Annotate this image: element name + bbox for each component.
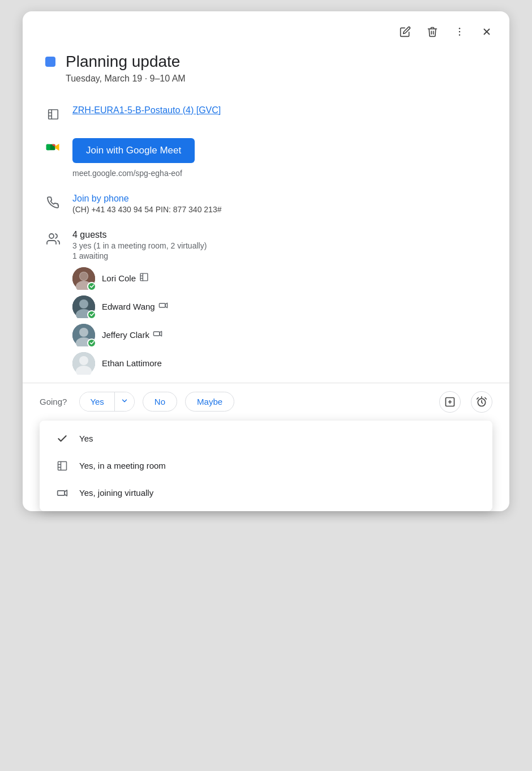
check-badge (87, 282, 96, 291)
guests-icon (45, 231, 61, 247)
avatar (72, 324, 95, 346)
guest-item: Ethan Lattimore (72, 352, 487, 375)
meet-content: Join with Google Meet meet.google.com/sp… (72, 138, 487, 178)
guests-yes: 3 yes (1 in a meeting room, 2 virtually) (72, 241, 487, 250)
join-meet-button[interactable]: Join with Google Meet (72, 138, 195, 163)
guest-list: Lori Cole (72, 267, 487, 375)
event-color-dot (45, 57, 55, 67)
svg-point-23 (79, 356, 88, 365)
room-icon (55, 460, 69, 472)
guest-item: Jeffery Clark (72, 324, 487, 346)
phone-number: (CH) +41 43 430 94 54 PIN: 877 340 213# (72, 205, 487, 214)
meet-section: Join with Google Meet meet.google.com/sp… (23, 130, 509, 186)
svg-rect-5 (49, 109, 58, 119)
video-icon (55, 487, 69, 499)
dropdown-item-yes-room[interactable]: Yes, in a meeting room (40, 452, 492, 479)
no-button[interactable]: No (143, 392, 177, 412)
toolbar (23, 11, 509, 48)
avatar (72, 295, 95, 318)
room-link[interactable]: ZRH-EURA1-5-B-Postauto (4) [GVC] (72, 105, 221, 115)
guests-section: 4 guests 3 yes (1 in a meeting room, 2 v… (23, 222, 509, 383)
svg-rect-29 (58, 461, 67, 470)
guests-content: 4 guests 3 yes (1 in a meeting room, 2 v… (72, 230, 487, 375)
maybe-button[interactable]: Maybe (185, 392, 234, 412)
phone-content: Join by phone (CH) +41 43 430 94 54 PIN:… (72, 194, 487, 214)
add-note-button[interactable] (439, 391, 461, 413)
room-icon (139, 272, 149, 284)
guest-name: Ethan Lattimore (102, 358, 162, 368)
guests-count: 4 guests (72, 230, 487, 240)
event-header: Planning update Tuesday, March 19 · 9–10… (23, 48, 509, 97)
svg-point-2 (459, 35, 461, 36)
close-button[interactable] (475, 20, 498, 43)
dropdown-item-yes[interactable]: Yes (40, 425, 492, 452)
more-button[interactable] (448, 20, 471, 43)
video-icon (158, 301, 168, 312)
room-content: ZRH-EURA1-5-B-Postauto (4) [GVC] (72, 105, 487, 115)
svg-rect-17 (159, 303, 165, 307)
phone-section: Join by phone (CH) +41 43 430 94 54 PIN:… (23, 186, 509, 222)
guest-name: Lori Cole (102, 272, 149, 284)
dropdown-yes-room-label: Yes, in a meeting room (79, 461, 166, 470)
dropdown-yes-label: Yes (79, 434, 93, 443)
room-section: ZRH-EURA1-5-B-Postauto (4) [GVC] (23, 97, 509, 130)
avatar (72, 352, 95, 375)
video-icon (153, 329, 162, 341)
svg-point-0 (459, 28, 461, 29)
edit-button[interactable] (394, 20, 417, 43)
svg-point-15 (79, 299, 88, 309)
check-badge (87, 310, 96, 319)
join-phone-link[interactable]: Join by phone (72, 194, 129, 203)
yes-button[interactable]: Yes (80, 392, 114, 411)
yes-group: Yes (79, 392, 134, 412)
event-title: Planning update (66, 52, 186, 71)
footer: Going? Yes No Maybe (23, 383, 509, 421)
event-card: Planning update Tuesday, March 19 · 9–10… (23, 11, 509, 511)
meet-logo-icon (45, 139, 61, 155)
dropdown-yes-virtual-label: Yes, joining virtually (79, 488, 153, 498)
snooze-button[interactable] (471, 391, 492, 413)
svg-rect-7 (46, 144, 50, 150)
guest-name: Edward Wang (102, 301, 168, 312)
yes-chevron-button[interactable] (114, 392, 134, 411)
guest-item: Edward Wang (72, 295, 487, 318)
guests-awaiting: 1 awaiting (72, 251, 487, 260)
guest-item: Lori Cole (72, 267, 487, 290)
svg-point-12 (80, 272, 88, 280)
svg-rect-13 (140, 273, 148, 281)
room-icon (45, 106, 61, 122)
svg-point-1 (459, 31, 461, 33)
dropdown-item-yes-virtual[interactable]: Yes, joining virtually (40, 479, 492, 507)
svg-point-19 (79, 328, 88, 337)
guest-name: Jeffery Clark (102, 329, 162, 341)
going-label: Going? (40, 397, 67, 406)
svg-point-8 (49, 234, 54, 238)
phone-icon (45, 195, 61, 211)
event-date: Tuesday, March 19 · 9–10 AM (66, 74, 186, 84)
meet-url: meet.google.com/spg-egha-eof (72, 169, 487, 178)
check-icon (55, 433, 69, 444)
delete-button[interactable] (421, 20, 444, 43)
svg-rect-30 (58, 490, 65, 495)
check-badge (87, 339, 96, 348)
avatar (72, 267, 95, 290)
svg-rect-21 (153, 332, 160, 336)
rsvp-dropdown: Yes Yes, in a meeting room Yes, joining … (40, 421, 492, 511)
